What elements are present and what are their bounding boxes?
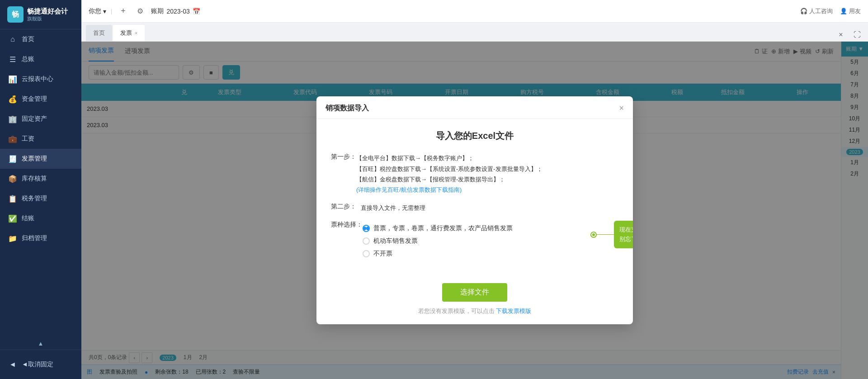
download-tip: 若您没有发票模版，可以点击 xyxy=(418,308,495,314)
cancel-fixed-icon: ◄ xyxy=(8,360,17,369)
step1-section: 第一步： 【全电平台】数据下载→【税务数字账户】； 【百旺】税控盘数据下载→【系… xyxy=(331,153,618,195)
settings-button[interactable]: ⚙ xyxy=(134,5,146,18)
tab-invoice-close-icon[interactable]: × xyxy=(135,30,137,36)
sidebar-nav: ⌂ 首页 ☰ 总账 📊 云报表中心 💰 资金管理 🏢 固定资产 💼 工资 xyxy=(0,29,81,337)
tax-icon: 📋 xyxy=(8,194,17,203)
step1-link[interactable]: (详细操作见百旺/航信发票数据下载指南) xyxy=(356,185,542,195)
sidebar-label-invoice: 发票管理 xyxy=(22,155,47,163)
tab-home[interactable]: 首页 xyxy=(86,25,112,41)
tabbar: 首页 发票 × × ⛶ xyxy=(81,23,868,42)
content-area: 销项发票 进项发票 🗒 证 ⊕ 新增 xyxy=(81,42,868,379)
step1-line3: 【航信】金税盘数据下载→【报税管理-发票数据导出】； xyxy=(356,174,542,185)
radio-no-ticket[interactable]: 不开票 xyxy=(363,250,513,258)
ticket-radio-group: 普票，专票，卷票，通行费发票，农产品销售发票 机动车销售发票 不开票 xyxy=(363,224,513,258)
sidebar-label-payroll: 工资 xyxy=(22,135,34,143)
archive-icon: 📁 xyxy=(8,234,17,243)
step2-content: 直接导入文件，无需整理 xyxy=(356,203,425,213)
sidebar-label-home: 首页 xyxy=(22,35,34,43)
step2-section: 第二步： 直接导入文件，无需整理 xyxy=(331,203,618,213)
tab-invoice[interactable]: 发票 × xyxy=(113,25,145,41)
modal-footer: 选择文件 若您没有发票模版，可以点击 下载发票模版 xyxy=(316,276,633,324)
sidebar-cancel-fixed[interactable]: ◄ ◄取消固定 xyxy=(0,355,81,374)
sidebar-item-tax[interactable]: 📋 税务管理 xyxy=(0,189,81,208)
sidebar-item-inventory[interactable]: 📦 库存核算 xyxy=(0,169,81,189)
window-close-button[interactable]: × xyxy=(835,28,847,41)
user-icon: 👤 xyxy=(840,8,847,14)
tooltip-text: 现在支持的票种多了，导入发票时别忘了选择正确的发票类型哟! xyxy=(619,226,633,242)
logo-sub: 旗舰版 xyxy=(27,15,68,22)
logo-icon: 畅 xyxy=(7,6,24,23)
step1-link-text[interactable]: (详细操作见百旺/航信发票数据下载指南) xyxy=(356,186,462,193)
modal-body: 导入您的Excel文件 第一步： 【全电平台】数据下载→【税务数字账户】； 【百… xyxy=(316,119,633,276)
window-maximize-button[interactable]: ⛶ xyxy=(851,28,863,41)
tooltip-dot xyxy=(591,232,596,237)
sidebar-item-invoice[interactable]: 🧾 发票管理 xyxy=(0,149,81,169)
consult-label: 人工咨询 xyxy=(809,7,833,15)
radio-normal[interactable]: 普票，专票，卷票，通行费发票，农产品销售发票 xyxy=(363,224,513,232)
fixed-assets-icon: 🏢 xyxy=(8,114,17,123)
sidebar-item-fund[interactable]: 💰 资金管理 xyxy=(0,89,81,109)
import-modal: 销项数据导入 × 导入您的Excel文件 第一步： 【全电平台】数据下载→【税务… xyxy=(316,96,633,324)
modal-main-title: 导入您的Excel文件 xyxy=(331,130,618,142)
company-selector[interactable]: 你您 ▾ xyxy=(89,7,106,15)
sidebar-bottom: ◄ ◄取消固定 xyxy=(0,350,81,379)
sidebar-label-fixed-assets: 固定资产 xyxy=(22,115,47,123)
sidebar-label-cancel-fixed: ◄取消固定 xyxy=(22,360,53,369)
consult-button[interactable]: 🎧 人工咨询 xyxy=(800,7,833,15)
step1-line1: 【全电平台】数据下载→【税务数字账户】； xyxy=(356,153,542,163)
calendar-icon: 📅 xyxy=(193,8,200,15)
tooltip-bubble: 现在支持的票种多了，导入发票时别忘了选择正确的发票类型哟! × xyxy=(614,221,633,249)
modal-close-button[interactable]: × xyxy=(619,104,624,113)
sidebar-item-payroll[interactable]: 💼 工资 xyxy=(0,129,81,149)
sidebar-item-archive[interactable]: 📁 归档管理 xyxy=(0,228,81,248)
logo-text: 畅捷通好会计 xyxy=(27,7,68,16)
step1-content: 【全电平台】数据下载→【税务数字账户】； 【百旺】税控盘数据下载→【系统设置-系… xyxy=(356,153,542,195)
home-icon: ⌂ xyxy=(8,35,17,44)
sidebar-item-cloud-report[interactable]: 📊 云报表中心 xyxy=(0,69,81,89)
fund-icon: 💰 xyxy=(8,95,17,104)
add-tab-button[interactable]: + xyxy=(117,5,129,18)
payroll-icon: 💼 xyxy=(8,134,17,143)
topbar-sep1: | xyxy=(111,8,112,14)
sidebar-scroll-btn[interactable]: ▲ xyxy=(0,337,81,350)
tooltip-container: 现在支持的票种多了，导入发票时别忘了选择正确的发票类型哟! × xyxy=(591,221,633,249)
sidebar-label-tax: 税务管理 xyxy=(22,194,47,203)
ticket-section: 票种选择： 普票，专票，卷票，通行费发票，农产品销售发票 xyxy=(331,221,618,258)
radio-motor-circle xyxy=(363,237,370,245)
invoice-icon: 🧾 xyxy=(8,154,17,163)
company-chevron-icon: ▾ xyxy=(103,8,106,15)
logo-area: 畅 畅捷通好会计 旗舰版 xyxy=(0,0,81,29)
inventory-icon: 📦 xyxy=(8,174,17,183)
tooltip-line xyxy=(596,234,614,235)
settlement-icon: ✅ xyxy=(8,214,17,223)
user-label: 用友 xyxy=(849,7,861,15)
select-file-button[interactable]: 选择文件 xyxy=(442,283,507,302)
sidebar-item-fixed-assets[interactable]: 🏢 固定资产 xyxy=(0,109,81,129)
user-button[interactable]: 👤 用友 xyxy=(840,7,861,15)
radio-no-ticket-circle xyxy=(363,250,370,257)
sidebar-label-ledger: 总账 xyxy=(22,55,34,63)
period-label: 账期 xyxy=(151,7,164,15)
modal-title: 销项数据导入 xyxy=(326,104,369,113)
step2-label: 第二步： xyxy=(331,203,356,211)
tab-home-label: 首页 xyxy=(93,29,105,37)
sidebar-label-fund: 资金管理 xyxy=(22,95,47,103)
topbar: 你您 ▾ | + ⚙ 账期 2023-03 📅 🎧 人工咨询 👤 用友 xyxy=(81,0,868,23)
sidebar-item-ledger[interactable]: ☰ 总账 xyxy=(0,49,81,69)
main-area: 你您 ▾ | + ⚙ 账期 2023-03 📅 🎧 人工咨询 👤 用友 xyxy=(81,0,868,379)
cloud-report-icon: 📊 xyxy=(8,75,17,84)
sidebar-item-home[interactable]: ⌂ 首页 xyxy=(0,29,81,49)
radio-motor[interactable]: 机动车销售发票 xyxy=(363,237,513,245)
period-value: 2023-03 xyxy=(166,8,189,15)
radio-normal-circle xyxy=(363,225,370,232)
download-template-link[interactable]: 下载发票模版 xyxy=(496,308,531,314)
ticket-label: 票种选择： xyxy=(331,221,363,229)
radio-normal-label: 普票，专票，卷票，通行费发票，农产品销售发票 xyxy=(373,224,513,232)
modal-header: 销项数据导入 × xyxy=(316,96,633,119)
sidebar-label-inventory: 库存核算 xyxy=(22,175,47,183)
period-selector[interactable]: 账期 2023-03 📅 xyxy=(151,7,200,15)
step1-label: 第一步： xyxy=(331,153,356,193)
radio-no-ticket-label: 不开票 xyxy=(373,250,392,258)
sidebar-item-settlement[interactable]: ✅ 结账 xyxy=(0,208,81,228)
topbar-right: 🎧 人工咨询 👤 用友 xyxy=(800,7,861,15)
